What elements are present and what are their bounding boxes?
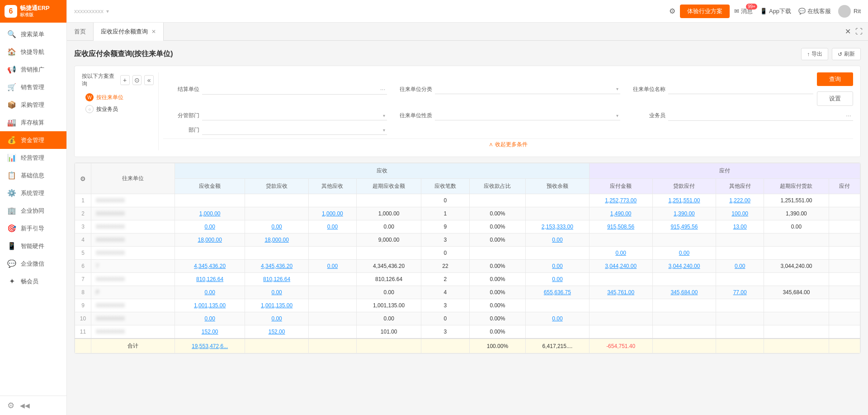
other-ys-4[interactable] xyxy=(308,234,356,247)
other-yf-9[interactable] xyxy=(716,299,764,312)
other-yf-6[interactable]: 0.00 xyxy=(716,260,764,273)
other-yf-8[interactable]: 77.00 xyxy=(716,286,764,299)
query-button[interactable]: 查询 xyxy=(817,72,853,86)
tab-ar-ap[interactable]: 应收应付余额查询 ✕ xyxy=(94,23,164,41)
other-yf-3[interactable]: 13.00 xyxy=(716,220,764,234)
unit-cat-chevron-icon[interactable]: ▾ xyxy=(616,86,618,91)
dk-ys-10[interactable]: 0.00 xyxy=(245,312,308,325)
prepay-8[interactable]: 655,636.75 xyxy=(526,286,589,299)
other-ys-2[interactable]: 1,000.00 xyxy=(308,207,356,220)
other-yf-2[interactable]: 100.00 xyxy=(716,207,764,220)
dk-yf-4[interactable] xyxy=(652,234,716,247)
other-yf-7[interactable] xyxy=(716,273,764,286)
jiesuan-dots-icon[interactable]: ··· xyxy=(380,86,386,93)
unit-nature-chevron-icon[interactable]: ▾ xyxy=(616,113,618,118)
ys-amount-9[interactable]: 1,001,135.00 xyxy=(175,299,245,312)
sidebar-collapse-icon[interactable]: ◀◀ xyxy=(20,402,30,409)
prepay-6[interactable]: 0.00 xyxy=(526,260,589,273)
dk-yf-11[interactable] xyxy=(652,325,716,339)
sidebar-item-search-menu[interactable]: 🔍 搜索菜单 xyxy=(0,25,66,43)
salesperson-input[interactable] xyxy=(670,112,844,119)
sidebar-settings-icon[interactable]: ⚙ xyxy=(7,401,14,410)
dk-ys-1[interactable] xyxy=(245,194,308,207)
app-download-button[interactable]: 📱 App下载 xyxy=(760,7,791,15)
sidebar-item-finance[interactable]: 💰 资金管理 xyxy=(0,131,66,149)
online-service-button[interactable]: 💬 在线客服 xyxy=(798,7,831,15)
unit-cat-input[interactable] xyxy=(437,86,614,92)
ys-amount-6[interactable]: 4,345,436.20 xyxy=(175,260,245,273)
sidebar-item-member[interactable]: ✦ 畅会员 xyxy=(0,272,66,290)
other-ys-1[interactable] xyxy=(308,194,356,207)
table-settings-icon[interactable]: ⚙ xyxy=(80,175,86,182)
ys-amount-8[interactable]: 0.00 xyxy=(175,286,245,299)
sidebar-item-basic-info[interactable]: 📋 基础信息 xyxy=(0,167,66,184)
yf-amount-10[interactable] xyxy=(589,312,652,325)
prepay-11[interactable] xyxy=(526,325,589,339)
dept-input[interactable] xyxy=(204,127,381,133)
other-ys-3[interactable]: 0.00 xyxy=(308,220,356,234)
option-by-unit[interactable]: W 按往来单位 xyxy=(82,91,154,103)
ys-amount-2[interactable]: 1,000.00 xyxy=(175,207,245,220)
dk-yf-8[interactable]: 345,684.00 xyxy=(652,286,716,299)
yf-amount-1[interactable]: 1,252,773.00 xyxy=(589,194,652,207)
solution-button[interactable]: 体验行业方案 xyxy=(680,5,730,18)
sidebar-item-quick-nav[interactable]: 🏠 快捷导航 xyxy=(0,43,66,61)
prepay-5[interactable] xyxy=(526,247,589,260)
jiesuan-input[interactable] xyxy=(204,86,378,92)
collapse-more-btn[interactable]: ∧ 收起更多条件 xyxy=(163,138,853,150)
settings-button[interactable]: 设置 xyxy=(817,91,853,106)
tab-close-all-icon[interactable]: ✕ xyxy=(845,27,851,36)
sidebar-item-operations[interactable]: 📊 经营管理 xyxy=(0,149,66,167)
other-yf-10[interactable] xyxy=(716,312,764,325)
tab-expand-icon[interactable]: ⛶ xyxy=(855,28,863,36)
ys-amount-5[interactable] xyxy=(175,247,245,260)
prepay-4[interactable]: 0.00 xyxy=(526,234,589,247)
salesperson-dots-icon[interactable]: ··· xyxy=(846,112,851,119)
fenguan-input[interactable] xyxy=(204,112,381,119)
unit-nature-input[interactable] xyxy=(437,112,614,119)
dk-ys-9[interactable]: 1,001,135.00 xyxy=(245,299,308,312)
other-ys-10[interactable] xyxy=(308,312,356,325)
fenguan-chevron-icon[interactable]: ▾ xyxy=(383,113,385,118)
other-yf-11[interactable] xyxy=(716,325,764,339)
ys-amount-11[interactable]: 152.00 xyxy=(175,325,245,339)
edit-schema-btn[interactable]: ⊙ xyxy=(132,75,142,85)
sidebar-item-wechat[interactable]: 💬 企业微信 xyxy=(0,255,66,272)
other-yf-5[interactable] xyxy=(716,247,764,260)
prepay-10[interactable]: 0.00 xyxy=(526,312,589,325)
sidebar-item-purchase[interactable]: 📦 采购管理 xyxy=(0,96,66,114)
export-button[interactable]: ↑ 导出 xyxy=(801,48,828,60)
ys-amount-7[interactable]: 810,126.64 xyxy=(175,273,245,286)
other-ys-8[interactable] xyxy=(308,286,356,299)
header-gear-icon[interactable]: ⚙ xyxy=(669,7,675,15)
unit-name-input[interactable] xyxy=(670,86,811,92)
other-ys-7[interactable] xyxy=(308,273,356,286)
add-schema-btn[interactable]: + xyxy=(120,75,130,85)
tab-close-icon[interactable]: ✕ xyxy=(151,29,156,35)
yf-amount-2[interactable]: 1,490.00 xyxy=(589,207,652,220)
sidebar-item-inventory[interactable]: 🏭 库存核算 xyxy=(0,114,66,131)
dk-ys-3[interactable]: 0.00 xyxy=(245,220,308,234)
sidebar-item-guide[interactable]: 🎯 新手引导 xyxy=(0,219,66,237)
dk-ys-4[interactable]: 18,000.00 xyxy=(245,234,308,247)
sidebar-item-enterprise[interactable]: 🏢 企业协同 xyxy=(0,202,66,219)
refresh-button[interactable]: ↺ 刷新 xyxy=(832,48,861,60)
dk-yf-10[interactable] xyxy=(652,312,716,325)
dk-yf-7[interactable] xyxy=(652,273,716,286)
yf-amount-3[interactable]: 915,508.56 xyxy=(589,220,652,234)
option-by-staff[interactable]: ○ 按业务员 xyxy=(82,103,154,115)
sidebar-item-sales[interactable]: 🛒 销售管理 xyxy=(0,78,66,96)
yf-amount-7[interactable] xyxy=(589,273,652,286)
ys-amount-4[interactable]: 18,000.00 xyxy=(175,234,245,247)
other-ys-5[interactable] xyxy=(308,247,356,260)
dk-yf-6[interactable]: 3,044,240.00 xyxy=(652,260,716,273)
dk-ys-11[interactable]: 152.00 xyxy=(245,325,308,339)
dk-yf-2[interactable]: 1,390.00 xyxy=(652,207,716,220)
ys-amount-10[interactable]: 0.00 xyxy=(175,312,245,325)
other-ys-6[interactable]: 0.00 xyxy=(308,260,356,273)
other-yf-4[interactable] xyxy=(716,234,764,247)
dk-ys-6[interactable]: 4,345,436.20 xyxy=(245,260,308,273)
ys-amount-1[interactable] xyxy=(175,194,245,207)
yf-amount-6[interactable]: 3,044,240.00 xyxy=(589,260,652,273)
prepay-1[interactable] xyxy=(526,194,589,207)
